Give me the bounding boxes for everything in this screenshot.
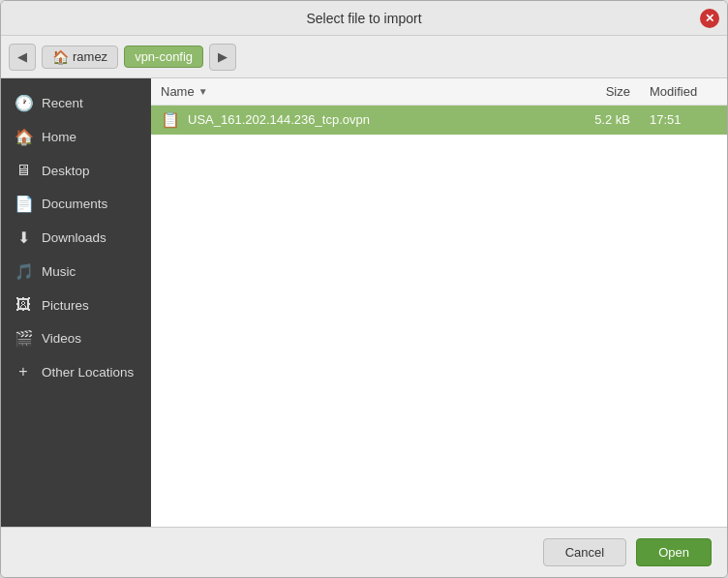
- sidebar-item-label: Home: [42, 130, 76, 144]
- file-type-icon: 📋: [161, 110, 180, 129]
- file-name-cell: 📋 USA_161.202.144.236_tcp.ovpn: [151, 110, 562, 129]
- file-size-cell: 5.2 kB: [562, 112, 640, 127]
- sidebar-item-music[interactable]: 🎵 Music: [1, 255, 151, 289]
- file-list-header: Name ▼ Size Modified: [151, 78, 727, 106]
- sidebar-item-other-locations[interactable]: + Other Locations: [1, 355, 151, 388]
- sidebar-item-label: Other Locations: [42, 365, 134, 380]
- music-icon: 🎵: [15, 262, 32, 281]
- other-locations-icon: +: [15, 363, 32, 380]
- main-area: 🕐 Recent 🏠 Home 🖥 Desktop 📄 Documents ⬇ …: [1, 78, 727, 527]
- cancel-button[interactable]: Cancel: [543, 538, 626, 566]
- pictures-icon: 🖼: [15, 296, 32, 314]
- column-modified[interactable]: Modified: [640, 78, 727, 105]
- column-size[interactable]: Size: [562, 78, 640, 105]
- sort-arrow-icon: ▼: [198, 86, 208, 97]
- sidebar-item-pictures[interactable]: 🖼 Pictures: [1, 289, 151, 321]
- breadcrumb-home[interactable]: 🏠 ramez: [42, 46, 118, 69]
- sidebar-item-label: Pictures: [42, 298, 89, 313]
- sidebar-item-documents[interactable]: 📄 Documents: [1, 187, 151, 221]
- sidebar-item-home[interactable]: 🏠 Home: [1, 120, 151, 154]
- file-dialog: Select file to import ✕ ◀ 🏠 ramez vpn-co…: [0, 0, 728, 578]
- sidebar-item-label: Documents: [42, 197, 107, 211]
- file-name: USA_161.202.144.236_tcp.ovpn: [188, 112, 370, 127]
- sidebar-item-downloads[interactable]: ⬇ Downloads: [1, 221, 151, 255]
- sidebar-item-desktop[interactable]: 🖥 Desktop: [1, 154, 151, 187]
- file-modified-cell: 17:51: [640, 112, 727, 127]
- sidebar: 🕐 Recent 🏠 Home 🖥 Desktop 📄 Documents ⬇ …: [1, 78, 151, 527]
- footer: Cancel Open: [1, 527, 727, 577]
- sidebar-item-label: Recent: [42, 96, 83, 110]
- sidebar-item-label: Downloads: [42, 230, 106, 245]
- home-breadcrumb-icon: 🏠: [52, 49, 69, 65]
- sidebar-item-recent[interactable]: 🕐 Recent: [1, 86, 151, 120]
- sidebar-item-videos[interactable]: 🎬 Videos: [1, 321, 151, 355]
- home-icon: 🏠: [15, 128, 32, 146]
- table-row[interactable]: 📋 USA_161.202.144.236_tcp.ovpn 5.2 kB 17…: [151, 106, 727, 135]
- back-button[interactable]: ◀: [9, 44, 36, 71]
- sidebar-item-label: Music: [42, 264, 76, 279]
- file-area: Name ▼ Size Modified 📋 USA_161.202.144.2…: [151, 78, 727, 527]
- breadcrumb-current[interactable]: vpn-config: [124, 46, 203, 68]
- videos-icon: 🎬: [15, 329, 32, 348]
- documents-icon: 📄: [15, 195, 32, 213]
- recent-icon: 🕐: [15, 94, 32, 112]
- titlebar: Select file to import ✕: [1, 1, 727, 36]
- downloads-icon: ⬇: [15, 228, 32, 247]
- forward-button[interactable]: ▶: [209, 44, 236, 71]
- sidebar-item-label: Desktop: [42, 164, 90, 178]
- file-list: 📋 USA_161.202.144.236_tcp.ovpn 5.2 kB 17…: [151, 106, 727, 527]
- desktop-icon: 🖥: [15, 162, 32, 179]
- dialog-title: Select file to import: [306, 11, 421, 26]
- close-button[interactable]: ✕: [700, 9, 719, 28]
- open-button[interactable]: Open: [636, 538, 712, 566]
- sidebar-item-label: Videos: [42, 331, 81, 346]
- toolbar: ◀ 🏠 ramez vpn-config ▶: [1, 36, 727, 78]
- column-name[interactable]: Name ▼: [151, 78, 562, 105]
